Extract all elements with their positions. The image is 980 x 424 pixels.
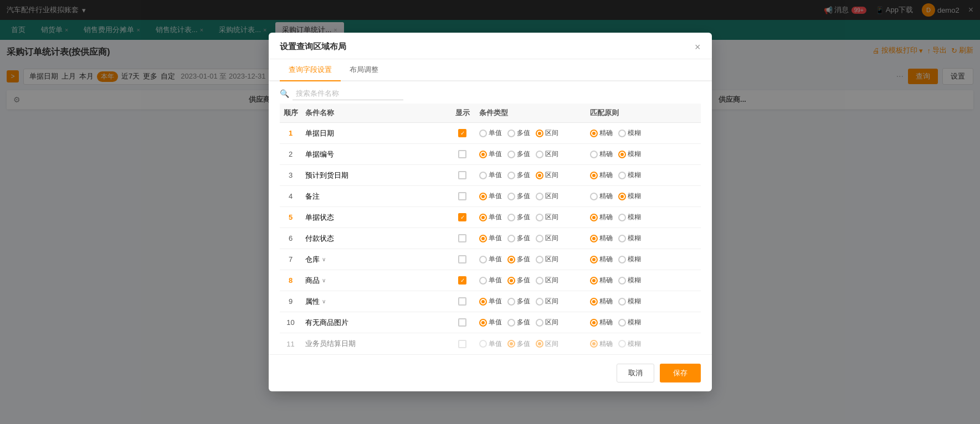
tab-layout[interactable]: 布局调整 xyxy=(341,59,387,81)
radio-type-range[interactable]: 区间 xyxy=(536,234,558,243)
checkbox-display[interactable] xyxy=(458,192,466,200)
radio-match-fuzzy[interactable]: 模糊 xyxy=(618,192,641,201)
checkbox-display[interactable] xyxy=(458,234,466,242)
radio-match-fuzzy[interactable]: 模糊 xyxy=(618,170,641,180)
radio-match-circle-exact xyxy=(590,277,598,285)
radio-match-exact[interactable]: 精确 xyxy=(590,213,613,222)
row-display-checkbox[interactable] xyxy=(446,297,479,306)
radio-match-fuzzy[interactable]: 模糊 xyxy=(618,318,641,327)
radio-type-range[interactable]: 区间 xyxy=(536,339,558,349)
row-display-checkbox[interactable] xyxy=(446,213,479,221)
radio-match-exact[interactable]: 精确 xyxy=(590,128,613,138)
radio-type-multi[interactable]: 多值 xyxy=(507,297,530,306)
checkbox-display[interactable] xyxy=(458,213,466,221)
radio-type-single[interactable]: 单值 xyxy=(479,149,502,159)
radio-label-range: 区间 xyxy=(545,128,558,138)
radio-type-multi[interactable]: 多值 xyxy=(507,276,530,285)
radio-type-multi[interactable]: 多值 xyxy=(507,318,530,327)
checkbox-display[interactable] xyxy=(458,297,466,306)
radio-type-single[interactable]: 单值 xyxy=(479,276,502,285)
radio-match-fuzzy[interactable]: 模糊 xyxy=(618,128,641,138)
radio-type-range[interactable]: 区间 xyxy=(536,213,558,222)
radio-label-range: 区间 xyxy=(545,149,558,159)
row-display-checkbox[interactable] xyxy=(446,150,479,158)
cancel-button[interactable]: 取消 xyxy=(617,364,654,382)
row-display-checkbox[interactable] xyxy=(446,318,479,327)
radio-match-fuzzy[interactable]: 模糊 xyxy=(618,297,641,306)
radio-type-multi[interactable]: 多值 xyxy=(507,192,530,201)
tab-query-fields[interactable]: 查询字段设置 xyxy=(280,59,341,81)
dropdown-arrow-icon[interactable]: ∨ xyxy=(322,277,326,283)
row-display-checkbox[interactable] xyxy=(446,192,479,200)
checkbox-display[interactable] xyxy=(458,171,466,179)
radio-type-range[interactable]: 区间 xyxy=(536,318,558,327)
radio-type-range[interactable]: 区间 xyxy=(536,192,558,201)
radio-type-multi[interactable]: 多值 xyxy=(507,170,530,180)
radio-label-single: 单值 xyxy=(489,276,502,285)
save-button[interactable]: 保存 xyxy=(660,364,701,382)
radio-type-multi[interactable]: 多值 xyxy=(507,128,530,138)
checkbox-display[interactable] xyxy=(458,318,466,327)
radio-match-fuzzy[interactable]: 模糊 xyxy=(618,276,641,285)
radio-match-label-fuzzy: 模糊 xyxy=(628,170,641,180)
row-display-checkbox[interactable] xyxy=(446,276,479,285)
radio-match-fuzzy[interactable]: 模糊 xyxy=(618,234,641,243)
radio-type-single[interactable]: 单值 xyxy=(479,339,502,349)
radio-label-multi: 多值 xyxy=(517,339,530,349)
radio-match-fuzzy[interactable]: 模糊 xyxy=(618,339,641,349)
radio-match-fuzzy[interactable]: 模糊 xyxy=(618,149,641,159)
radio-type-single[interactable]: 单值 xyxy=(479,128,502,138)
checkbox-display[interactable] xyxy=(458,255,466,263)
radio-type-range[interactable]: 区间 xyxy=(536,297,558,306)
tab-query-fields-label: 查询字段设置 xyxy=(289,65,332,74)
radio-type-single[interactable]: 单值 xyxy=(479,255,502,264)
radio-type-multi[interactable]: 多值 xyxy=(507,234,530,243)
radio-type-multi[interactable]: 多值 xyxy=(507,149,530,159)
radio-match-fuzzy[interactable]: 模糊 xyxy=(618,213,641,222)
radio-match-exact[interactable]: 精确 xyxy=(590,339,613,349)
row-condition-name: 单据日期 xyxy=(302,128,446,138)
radio-match-exact[interactable]: 精确 xyxy=(590,276,613,285)
radio-type-single[interactable]: 单值 xyxy=(479,192,502,201)
row-condition-name: 业务员结算日期 xyxy=(302,339,446,349)
radio-match-exact[interactable]: 精确 xyxy=(590,234,613,243)
radio-match-label-fuzzy: 模糊 xyxy=(628,149,641,159)
row-display-checkbox[interactable] xyxy=(446,171,479,179)
radio-type-range[interactable]: 区间 xyxy=(536,170,558,180)
radio-type-range[interactable]: 区间 xyxy=(536,128,558,138)
row-display-checkbox[interactable] xyxy=(446,255,479,263)
radio-match-exact[interactable]: 精确 xyxy=(590,297,613,306)
checkbox-display[interactable] xyxy=(458,340,466,348)
row-display-checkbox[interactable] xyxy=(446,129,479,137)
radio-type-multi[interactable]: 多值 xyxy=(507,339,530,349)
dialog-close-button[interactable]: × xyxy=(695,42,701,52)
radio-match-exact[interactable]: 精确 xyxy=(590,170,613,180)
dialog-table-row: 3预计到货日期单值多值区间精确模糊 xyxy=(280,165,701,186)
radio-type-range[interactable]: 区间 xyxy=(536,149,558,159)
radio-match-label-exact: 精确 xyxy=(599,255,613,264)
checkbox-display[interactable] xyxy=(458,129,466,137)
radio-type-single[interactable]: 单值 xyxy=(479,234,502,243)
radio-match-fuzzy[interactable]: 模糊 xyxy=(618,255,641,264)
radio-match-exact[interactable]: 精确 xyxy=(590,255,613,264)
radio-type-range[interactable]: 区间 xyxy=(536,255,558,264)
radio-type-multi[interactable]: 多值 xyxy=(507,213,530,222)
radio-type-range[interactable]: 区间 xyxy=(536,276,558,285)
radio-label-multi: 多值 xyxy=(517,128,530,138)
dropdown-arrow-icon[interactable]: ∨ xyxy=(322,298,326,304)
radio-type-single[interactable]: 单值 xyxy=(479,318,502,327)
row-condition-name: 备注 xyxy=(302,192,446,201)
radio-type-multi[interactable]: 多值 xyxy=(507,255,530,264)
row-display-checkbox[interactable] xyxy=(446,340,479,348)
radio-match-exact[interactable]: 精确 xyxy=(590,149,613,159)
search-input[interactable] xyxy=(293,87,403,100)
radio-match-exact[interactable]: 精确 xyxy=(590,192,613,201)
radio-match-exact[interactable]: 精确 xyxy=(590,318,613,327)
row-display-checkbox[interactable] xyxy=(446,234,479,242)
checkbox-display[interactable] xyxy=(458,150,466,158)
radio-type-single[interactable]: 单值 xyxy=(479,213,502,222)
dropdown-arrow-icon[interactable]: ∨ xyxy=(322,256,326,262)
checkbox-display[interactable] xyxy=(458,276,466,285)
radio-type-single[interactable]: 单值 xyxy=(479,170,502,180)
radio-type-single[interactable]: 单值 xyxy=(479,297,502,306)
